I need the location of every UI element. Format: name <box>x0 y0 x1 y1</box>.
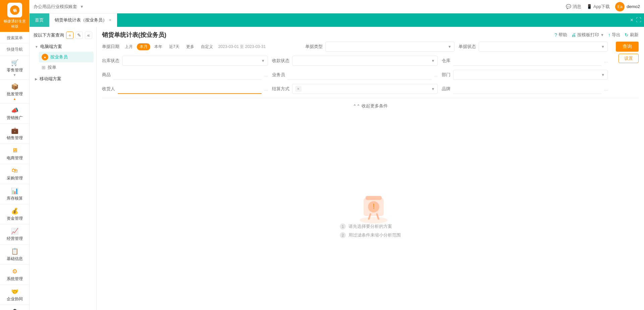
tree-desktop-parent[interactable]: ▼ 电脑端方案 <box>32 42 94 52</box>
receiver-input[interactable] <box>118 84 262 94</box>
sidebar-search-menu[interactable]: 搜索菜单 <box>0 32 29 43</box>
payment-status-select[interactable]: ▼ <box>292 56 438 66</box>
sidebar-item-operations[interactable]: 📈 经营管理 <box>0 224 29 245</box>
order-status-select[interactable]: ▼ <box>479 42 608 52</box>
product-more-icon[interactable]: ... <box>264 72 268 78</box>
tip-text-2: 用过滤条件来缩小分析范围 <box>348 232 401 238</box>
topbar-title: 办公用品行业模拟账套 <box>34 4 77 10</box>
sidebar-item-finance[interactable]: 💰 资金管理 <box>0 204 29 224</box>
brand-label: 品牌 <box>442 86 450 92</box>
date-btn-7days[interactable]: 近7天 <box>166 43 182 50</box>
collapse-filters-button[interactable]: ⌃⌃ 收起更多条件 <box>102 101 639 111</box>
stock-status-select[interactable]: ▼ <box>122 56 268 66</box>
plus-icon: + <box>68 33 71 38</box>
date-btn-custom[interactable]: 自定义 <box>198 43 216 50</box>
filter-payment-status: 收款状态 ▼ <box>272 56 438 66</box>
right-panel: 销货单统计表(按业务员) ? 帮助 🖨 按模板打印 ▼ ↑ 导出 <box>97 27 644 310</box>
filter-stock-status: 出库状态 ▼ <box>102 56 268 66</box>
left-panel: 按以下方案查询 + ✎ « ▼ 电脑端方案 <box>30 27 97 310</box>
department-select[interactable]: ▼ <box>453 70 608 80</box>
svg-text:畅: 畅 <box>13 8 16 12</box>
help-icon: ? <box>554 32 557 38</box>
right-panel-header: 销货单统计表(按业务员) ? 帮助 🖨 按模板打印 ▼ ↑ 导出 <box>97 27 644 42</box>
settlement-arrow-icon: ▼ <box>431 87 435 91</box>
sidebar-item-wholesale[interactable]: 📦 批发管理 ▲ <box>0 80 29 104</box>
help-button[interactable]: ? 帮助 <box>554 32 567 38</box>
tree-children: ● 按业务员 ⊞ 按单 <box>32 52 94 72</box>
enterprise-label: 企业协同 <box>7 296 23 302</box>
print-dropdown-icon[interactable]: ▼ <box>600 33 604 37</box>
sidebar-item-sales[interactable]: 💼 销售管理 <box>0 124 29 144</box>
avatar: Ea <box>615 2 625 11</box>
settings-button[interactable]: 设置 <box>619 54 639 63</box>
settlement-select[interactable]: × ▼ <box>292 84 438 94</box>
order-type-label: 单据类型 <box>305 44 323 50</box>
sidebar-item-enterprise[interactable]: 🤝 企业协同 <box>0 285 29 305</box>
operations-label: 经营管理 <box>7 236 23 242</box>
tree-child-order[interactable]: ⊞ 按单 <box>39 62 94 72</box>
date-btn-this-year[interactable]: 本年 <box>152 43 165 50</box>
tree-section-mobile: ▶ 移动端方案 <box>30 72 96 85</box>
user-profile[interactable]: Ea demo2 <box>615 2 640 11</box>
tree-mobile-parent[interactable]: ▶ 移动端方案 <box>32 74 94 84</box>
tabbar-close-icon[interactable]: × <box>630 17 633 23</box>
topbar-dropdown-icon[interactable]: ▼ <box>80 4 84 9</box>
order-type-select[interactable]: ▼ <box>325 42 454 52</box>
tab-close-icon[interactable]: × <box>109 18 111 22</box>
product-input[interactable] <box>113 70 262 80</box>
ecommerce-label: 电商管理 <box>7 155 23 161</box>
add-scheme-button[interactable]: + <box>66 32 73 39</box>
filter-order-status: 单据状态 ▼ <box>459 42 608 52</box>
tabbar-expand-icon[interactable]: ⛶ <box>636 17 641 23</box>
tab-home[interactable]: 首页 <box>30 13 49 27</box>
filter-date: 单据日期 上月 本月 本年 近7天 更多 自定义 2023-03-01 至 20… <box>102 43 301 50</box>
refresh-label: 刷新 <box>630 32 639 38</box>
collapse-panel-button[interactable]: « <box>85 32 92 39</box>
tree-child-order-label: 按单 <box>48 64 56 70</box>
salesperson-input[interactable] <box>288 70 432 80</box>
date-btn-last-month[interactable]: 上月 <box>122 43 136 50</box>
sidebar-quick-nav[interactable]: 快捷导航 <box>0 43 29 56</box>
query-button[interactable]: 查询 <box>616 42 639 52</box>
refresh-button[interactable]: ↻ 刷新 <box>625 32 639 38</box>
svg-rect-4 <box>366 196 382 200</box>
warehouse-input[interactable] <box>453 56 601 66</box>
filter-department: 部门 ▼ <box>442 70 608 80</box>
left-panel-icons: + ✎ « <box>66 32 92 39</box>
app-logo[interactable]: 畅 畅捷通好生意标版 <box>0 0 29 32</box>
print-button[interactable]: 🖨 按模板打印 ▼ <box>571 32 604 38</box>
marketing-icon: 📣 <box>11 106 19 114</box>
brand-more-icon[interactable]: ... <box>604 87 608 92</box>
sidebar-item-basic[interactable]: 📋 基础信息 <box>0 245 29 265</box>
edit-scheme-button[interactable]: ✎ <box>75 32 83 39</box>
department-label: 部门 <box>442 72 450 78</box>
salesperson-more-icon[interactable]: ... <box>434 72 438 78</box>
empty-illustration: ! <box>354 186 387 219</box>
tree-section: ▼ 电脑端方案 ● 按业务员 ⊞ 按单 <box>30 42 96 72</box>
app-download-button[interactable]: 📱 App下载 <box>587 4 610 10</box>
date-btn-more[interactable]: 更多 <box>183 43 197 50</box>
inventory-icon: 📊 <box>11 187 19 195</box>
date-btn-this-month[interactable]: 本月 <box>137 43 150 50</box>
sidebar-item-purchase[interactable]: 🛍 采购管理 <box>0 164 29 184</box>
settlement-tag-close-icon[interactable]: × <box>297 87 300 91</box>
sidebar-item-ecommerce[interactable]: 🖥 电商管理 <box>0 144 29 164</box>
svg-point-2 <box>360 217 388 223</box>
export-button[interactable]: ↑ 导出 <box>608 32 621 38</box>
message-button[interactable]: 💬 消息 <box>566 4 581 10</box>
tab-sales-report[interactable]: 销货单统计表（按业务员） × <box>49 13 117 27</box>
warehouse-more-icon[interactable]: ... <box>604 58 608 63</box>
receiver-more-icon[interactable]: ... <box>264 87 268 92</box>
topbar-left: 办公用品行业模拟账套 ▼ <box>34 4 84 10</box>
sidebar-item-retail[interactable]: 🛒 零售管理 ▼ <box>0 56 29 80</box>
sidebar-item-inventory[interactable]: 📊 库存核算 <box>0 184 29 204</box>
sidebar-item-marketing[interactable]: 📣 营销推广 <box>0 104 29 124</box>
left-panel-title: 按以下方案查询 <box>34 32 64 38</box>
tree-child-salesperson[interactable]: ● 按业务员 <box>39 52 94 62</box>
avatar-text: Ea <box>618 4 623 9</box>
logo-text: 畅捷通好生意标版 <box>4 19 26 29</box>
sidebar-item-system[interactable]: ⚙ 系统管理 <box>0 265 29 285</box>
ecommerce-icon: 🖥 <box>11 147 19 155</box>
sidebar-item-guide[interactable]: 🎓 新手引导 <box>0 305 29 310</box>
brand-input[interactable] <box>453 84 601 94</box>
